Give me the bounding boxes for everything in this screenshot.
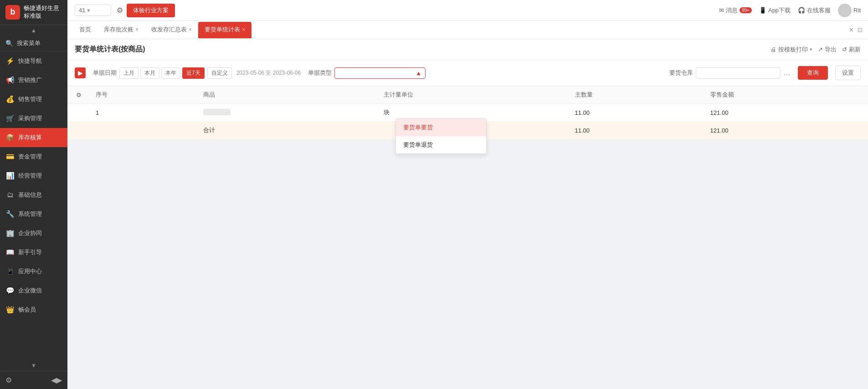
user-avatar[interactable]: Rit	[838, 4, 861, 17]
date-range-text: 2023-05-06 至 2023-06-06	[236, 69, 301, 77]
query-button[interactable]: 查询	[798, 66, 828, 80]
sidebar-item-basic[interactable]: 🗂 基础信息	[0, 185, 67, 205]
membership-icon: 👑	[5, 306, 15, 314]
app-logo: b	[5, 5, 20, 20]
warehouse-filter-group: 要货仓库 …	[669, 67, 791, 79]
sidebar-item-operation[interactable]: 📊 经营管理	[0, 166, 67, 185]
print-label: 按模板打印	[778, 46, 808, 54]
custom-date-btn[interactable]: 自定义	[207, 67, 232, 79]
dropdown-item-purchase[interactable]: 要货单要货	[396, 119, 486, 136]
sidebar-item-label: 畅会员	[18, 306, 36, 314]
dropdown-item-return[interactable]: 要货单退货	[396, 136, 486, 154]
doc-type-input[interactable]: ▲	[334, 67, 426, 79]
tab-order-stats-label: 要货单统计表	[205, 26, 240, 34]
sidebar-item-apps[interactable]: 📱 应用中心	[0, 262, 67, 281]
sidebar-item-sales[interactable]: 💰 销售管理	[0, 90, 67, 109]
doc-type-dropdown: 要货单要货 要货单退货	[395, 118, 487, 154]
print-caret-icon: ▾	[810, 46, 812, 52]
tab-expand-icon[interactable]: ⊡	[858, 26, 863, 33]
tabs-actions: ✕ ⊡	[849, 26, 863, 33]
this-month-btn[interactable]: 本月	[140, 67, 159, 79]
sidebar-item-finance[interactable]: 💳 资金管理	[0, 147, 67, 166]
app-subtitle: 标准版	[24, 12, 59, 20]
cell-quantity: 11.00	[570, 104, 705, 122]
table-header-row: ⚙ 序号 商品 主计量单位 主数量 零售金额	[67, 86, 868, 104]
tabs-bar: 首页 库存批次账 × 收发存汇总表 × 要货单统计表 × ✕ ⊡	[67, 21, 868, 39]
online-service-btn[interactable]: 🎧 在线客服	[798, 6, 831, 15]
export-icon: ↗	[818, 46, 823, 53]
topbar-settings-icon[interactable]: ⚙	[117, 6, 123, 15]
total-label: 合计	[198, 122, 378, 139]
doc-type-label: 单据类型	[308, 69, 332, 77]
tab-inventory-batch-close[interactable]: ×	[135, 26, 139, 33]
app-download-btn[interactable]: 📱 App下载	[759, 6, 791, 15]
promo-button[interactable]: 体验行业方案	[127, 4, 175, 17]
sidebar-item-inventory[interactable]: 📦 库存核算	[0, 128, 67, 147]
warehouse-input[interactable]	[696, 67, 781, 79]
last-month-btn[interactable]: 上月	[119, 67, 139, 79]
store-number: 41	[79, 7, 85, 14]
sidebar-footer: ⚙ ◀▶	[0, 371, 67, 389]
tab-receipt-summary[interactable]: 收发存汇总表 ×	[145, 22, 198, 38]
sidebar-item-system[interactable]: 🔧 系统管理	[0, 205, 67, 224]
sidebar: b 畅捷通好生意 标准版 ▲ 🔍 搜索菜单 ⚡ 快捷导航 📢 营销推广 💰 销售…	[0, 0, 67, 389]
tab-receipt-summary-close[interactable]: ×	[189, 26, 192, 33]
sidebar-item-quick-nav[interactable]: ⚡ 快捷导航	[0, 51, 67, 71]
purchase-icon: 🛒	[5, 114, 15, 123]
filter-area: ▶ 单据日期 上月 本月 本年 近7天 自定义 2023-05-06 至 202…	[67, 60, 868, 86]
sidebar-settings-btn[interactable]: ⚙	[5, 376, 12, 384]
sidebar-search-label: 搜索菜单	[17, 39, 41, 47]
print-icon: 🖨	[770, 46, 776, 53]
sidebar-item-guide[interactable]: 📖 新手引导	[0, 243, 67, 262]
sidebar-item-label: 企业微信	[18, 287, 42, 295]
sidebar-scroll-down[interactable]: ▼	[0, 360, 67, 371]
cell-amount: 121.00	[705, 104, 868, 122]
apps-icon: 📱	[5, 267, 15, 276]
settings-button[interactable]: 设置	[835, 66, 861, 80]
store-selector[interactable]: 41 ▾	[75, 5, 111, 16]
page-container: 要货单统计表(按商品) 🖨 按模板打印 ▾ ↗ 导出 ↺ 刷新 ▶	[67, 39, 868, 389]
more-filter-icon[interactable]: …	[783, 69, 791, 77]
tab-close-all-icon[interactable]: ✕	[849, 26, 854, 33]
sidebar-item-wechat[interactable]: 💬 企业微信	[0, 281, 67, 300]
tab-inventory-batch-label: 库存批次账	[104, 26, 134, 34]
finance-icon: 💳	[5, 153, 15, 161]
this-year-btn[interactable]: 本年	[161, 67, 180, 79]
sidebar-item-label: 应用中心	[18, 267, 42, 276]
doc-type-caret-icon: ▲	[416, 70, 421, 77]
th-settings[interactable]: ⚙	[67, 86, 90, 104]
tab-home-label: 首页	[79, 26, 91, 34]
tab-order-stats-close[interactable]: ×	[242, 26, 245, 33]
tab-receipt-summary-label: 收发存汇总表	[151, 26, 187, 34]
tab-inventory-batch[interactable]: 库存批次账 ×	[98, 22, 145, 38]
export-btn[interactable]: ↗ 导出	[818, 46, 837, 54]
sidebar-item-membership[interactable]: 👑 畅会员	[0, 300, 67, 319]
sidebar-search[interactable]: 🔍 搜索菜单	[0, 36, 67, 51]
enterprise-icon: 🏢	[5, 229, 15, 237]
sidebar-item-enterprise[interactable]: 🏢 企业协同	[0, 224, 67, 243]
sidebar-item-purchase[interactable]: 🛒 采购管理	[0, 109, 67, 128]
print-btn[interactable]: 🖨 按模板打印 ▾	[770, 46, 812, 54]
app-download-label: App下载	[768, 6, 791, 15]
refresh-btn[interactable]: ↺ 刷新	[842, 46, 861, 54]
tab-home[interactable]: 首页	[73, 22, 98, 38]
sidebar-item-marketing[interactable]: 📢 营销推广	[0, 71, 67, 90]
topbar-right: ✉ 消息 99+ 📱 App下载 🎧 在线客服 Rit	[719, 4, 861, 17]
main-content: 41 ▾ ⚙ 体验行业方案 ✉ 消息 99+ 📱 App下载 🎧 在线客服 R	[67, 0, 868, 389]
tab-order-stats[interactable]: 要货单统计表 ×	[198, 22, 252, 38]
cell-product	[198, 104, 378, 122]
settings-icon: ⚙	[76, 92, 82, 98]
sidebar-item-label: 营销推广	[18, 76, 42, 84]
sidebar-collapse-btn[interactable]: ◀▶	[51, 376, 62, 384]
basic-icon: 🗂	[5, 191, 15, 199]
sidebar-scroll-up[interactable]: ▲	[0, 25, 67, 36]
messages-btn[interactable]: ✉ 消息 99+	[719, 6, 752, 15]
sidebar-title-block: 畅捷通好生意 标准版	[24, 5, 59, 20]
app-name: 畅捷通好生意	[24, 5, 59, 12]
product-placeholder	[203, 109, 231, 115]
date-buttons: 上月 本月 本年 近7天	[119, 67, 205, 79]
last-7days-btn[interactable]: 近7天	[182, 67, 205, 79]
cell-settings	[67, 104, 90, 122]
page-title: 要货单统计表(按商品)	[75, 45, 145, 54]
filter-expand-btn[interactable]: ▶	[75, 67, 86, 78]
